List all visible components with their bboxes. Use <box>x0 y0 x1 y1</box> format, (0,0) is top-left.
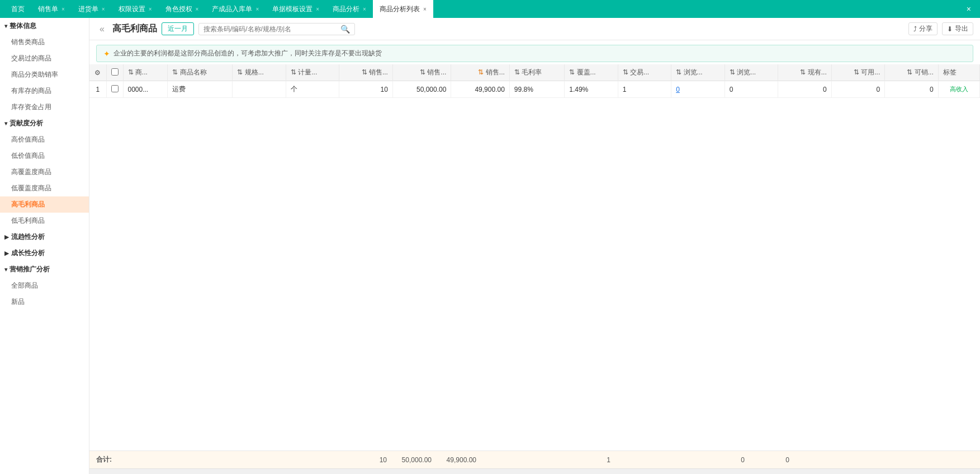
share-button[interactable]: ⤴ 分享 <box>908 22 938 35</box>
th-saleable: ⇅ 可销... <box>885 64 939 81</box>
close-icon[interactable]: × <box>196 6 199 12</box>
nav-tab-product-in[interactable]: 产成品入库单 × <box>205 0 266 18</box>
content-area: « 高毛利商品 近一月 🔍 ⤴ 分享 ⬇ 导出 ✦ 企业的主要的利润都是这部 <box>89 18 980 474</box>
footer-sale-money: 50,000.00 <box>391 456 436 464</box>
footer-available: 0 <box>749 456 794 464</box>
data-table: ⚙ ⇅ 商... ⇅ 商品名称 ⇅ 规格... ⇅ 计量... ⇅ 销售... … <box>89 64 980 98</box>
sort-icon[interactable]: ⇅ <box>730 68 735 76</box>
share-icon: ⤴ <box>913 25 917 33</box>
th-available: ⇅ 可用... <box>831 64 885 81</box>
sort-icon[interactable]: ⇅ <box>907 68 912 76</box>
chevron-right-icon: ▶ <box>4 250 9 256</box>
table-row: 1 0000... 运费 个 10 50,000.00 49,900.00 99… <box>89 81 980 98</box>
export-button[interactable]: ⬇ 导出 <box>942 22 973 35</box>
th-settings[interactable]: ⚙ <box>89 64 106 81</box>
sidebar-item-all-goods[interactable]: 全部商品 <box>0 278 89 294</box>
sidebar-group-marketing[interactable]: ▾ 营销推广分析 <box>0 261 89 278</box>
sidebar-item-low-value[interactable]: 低价值商品 <box>0 148 89 164</box>
th-coverage: ⇅ 覆盖... <box>565 64 618 81</box>
th-tag: 标签 <box>938 64 979 81</box>
cell-check[interactable] <box>106 81 123 98</box>
sort-icon[interactable]: ⇅ <box>854 68 859 76</box>
close-icon[interactable]: × <box>102 6 105 12</box>
nav-tab-product-analysis[interactable]: 商品分析 × <box>326 0 373 18</box>
sidebar-group-contribution[interactable]: ▾ 贡献度分析 <box>0 115 89 132</box>
cell-code: 0000... <box>123 81 168 98</box>
footer-trade: 1 <box>570 456 615 464</box>
sort-icon[interactable]: ⇅ <box>676 68 681 76</box>
horizontal-scrollbar[interactable] <box>89 468 980 474</box>
close-icon[interactable]: × <box>316 6 319 12</box>
sort-icon[interactable]: ⇅ <box>569 68 575 76</box>
nav-tab-purchase[interactable]: 进货单 × <box>72 0 112 18</box>
cell-available: 0 <box>831 81 885 98</box>
chevron-right-icon: ▶ <box>4 234 9 240</box>
nav-tab-product-analysis-list[interactable]: 商品分析列表 × <box>373 0 433 18</box>
sidebar-group-growth[interactable]: ▶ 成长性分析 <box>0 245 89 261</box>
cell-view1[interactable]: 0 <box>671 81 725 98</box>
close-icon[interactable]: × <box>149 6 152 12</box>
sidebar-item-high-coverage[interactable]: 高覆盖度商品 <box>0 164 89 180</box>
footer-label: 合计: <box>96 455 112 464</box>
footer-current: 0 <box>704 456 749 464</box>
search-icon[interactable]: 🔍 <box>340 25 350 34</box>
cell-sale-money: 50,000.00 <box>392 81 451 98</box>
sort-icon[interactable]: ⇅ <box>291 68 296 76</box>
sidebar-item-new-goods[interactable]: 新品 <box>0 294 89 310</box>
th-check[interactable] <box>106 64 123 81</box>
sort-icon[interactable]: ⇅ <box>128 68 134 76</box>
sidebar-item-low-coverage[interactable]: 低覆盖度商品 <box>0 180 89 196</box>
collapse-button[interactable]: « <box>96 23 108 35</box>
sidebar-item-stock-capital[interactable]: 库存资金占用 <box>0 99 89 115</box>
nav-tab-home[interactable]: 首页 <box>4 0 31 18</box>
nav-tab-role[interactable]: 角色授权 × <box>159 0 206 18</box>
sidebar-group-overall[interactable]: ▾ 整体信息 <box>0 18 89 34</box>
nav-tab-sales[interactable]: 销售单 × <box>31 0 72 18</box>
th-code: ⇅ 商... <box>123 64 168 81</box>
period-button[interactable]: 近一月 <box>162 22 194 35</box>
sidebar-item-in-stock[interactable]: 有库存的商品 <box>0 83 89 99</box>
close-icon[interactable]: × <box>255 6 259 12</box>
cell-seq: 1 <box>89 81 106 98</box>
chevron-down-icon: ▾ <box>4 266 7 273</box>
cell-gross-rate: 99.8% <box>509 81 564 98</box>
close-icon[interactable]: × <box>363 6 366 12</box>
nav-tab-template[interactable]: 单据模板设置 × <box>266 0 326 18</box>
footer-sale-qty: 10 <box>347 456 391 464</box>
sort-icon[interactable]: ⇅ <box>478 68 484 76</box>
cell-trade: 1 <box>618 81 671 98</box>
cell-coverage: 1.49% <box>565 81 618 98</box>
top-navigation: 首页 销售单 × 进货单 × 权限设置 × 角色授权 × 产成品入库单 × 单据… <box>0 0 980 18</box>
sort-icon[interactable]: ⇅ <box>172 68 178 76</box>
row-checkbox[interactable] <box>111 85 119 92</box>
sort-icon[interactable]: ⇅ <box>514 68 520 76</box>
chevron-down-icon: ▾ <box>4 23 7 29</box>
th-spec: ⇅ 规格... <box>233 64 286 81</box>
cell-sale-profit: 49,900.00 <box>451 81 509 98</box>
sort-icon[interactable]: ⇅ <box>237 68 243 76</box>
close-icon[interactable]: × <box>423 6 427 12</box>
sort-icon[interactable]: ⇅ <box>420 68 425 76</box>
sidebar-item-low-margin[interactable]: 低毛利商品 <box>0 213 89 229</box>
footer-sale-profit: 49,900.00 <box>436 456 481 464</box>
sidebar-item-high-value[interactable]: 高价值商品 <box>0 132 89 148</box>
page-title: 高毛利商品 <box>112 23 157 35</box>
sort-icon[interactable]: ⇅ <box>800 68 806 76</box>
search-input[interactable] <box>203 25 338 33</box>
sort-icon[interactable]: ⇅ <box>623 68 628 76</box>
window-close-button[interactable]: × <box>962 4 976 13</box>
search-box[interactable]: 🔍 <box>198 23 355 35</box>
close-icon[interactable]: × <box>61 6 65 12</box>
sidebar-item-high-margin[interactable]: 高毛利商品 <box>0 196 89 213</box>
info-text: 企业的主要的利润都是这部分商品创造的，可考虑加大推广，同时关注库存是不要出现缺货 <box>113 49 382 58</box>
nav-tab-permission[interactable]: 权限设置 × <box>112 0 159 18</box>
sidebar-item-sales-goods[interactable]: 销售类商品 <box>0 34 89 50</box>
sidebar-item-category-rate[interactable]: 商品分类助销率 <box>0 67 89 83</box>
sidebar-group-trend[interactable]: ▶ 流趋性分析 <box>0 229 89 245</box>
export-icon: ⬇ <box>947 25 953 33</box>
sort-icon[interactable]: ⇅ <box>362 68 367 76</box>
sidebar-item-traded-goods[interactable]: 交易过的商品 <box>0 50 89 67</box>
th-sale-money: ⇅ 销售... <box>392 64 451 81</box>
select-all-checkbox[interactable] <box>111 68 119 76</box>
th-sale-profit: ⇅ 销售... <box>451 64 509 81</box>
